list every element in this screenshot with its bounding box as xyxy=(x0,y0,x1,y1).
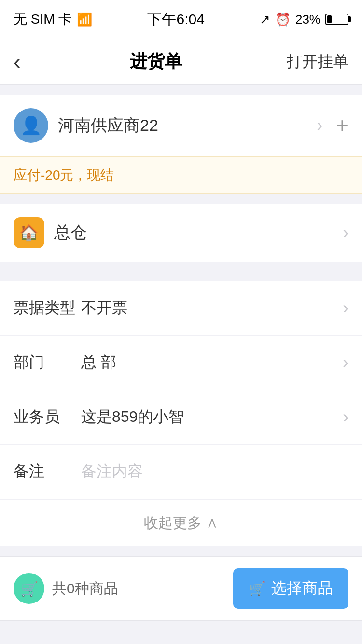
add-icon[interactable]: + xyxy=(336,115,348,136)
chevron-right-icon: › xyxy=(317,115,322,136)
section-divider-2 xyxy=(0,194,362,203)
section-divider-3 xyxy=(0,262,362,271)
section-divider-1 xyxy=(0,85,362,95)
chevron-right-icon: › xyxy=(343,223,348,243)
status-right: ↗ ⏰ 23% xyxy=(260,12,348,27)
warehouse-name: 总仓 xyxy=(54,222,343,244)
select-product-icon: 🛒 xyxy=(249,581,265,597)
nav-bar: ‹ 进货单 打开挂单 xyxy=(0,39,362,85)
form-section: 票据类型 不开票 › 部门 总 部 › 业务员 这是859的小智 › 备注 备注… xyxy=(0,281,362,546)
status-bar: 无 SIM 卡 📶 下午6:04 ↗ ⏰ 23% xyxy=(0,0,362,39)
chevron-right-icon: › xyxy=(343,352,348,373)
chevron-right-icon: › xyxy=(343,407,348,427)
warehouse-row[interactable]: 🏠 总仓 › xyxy=(0,203,362,262)
battery-percent: 23% xyxy=(295,12,320,27)
product-count-text: 共0种商品 xyxy=(52,579,118,599)
warehouse-icon: 🏠 xyxy=(19,224,39,242)
warehouse-icon-wrap: 🏠 xyxy=(14,217,44,248)
select-product-button[interactable]: 🛒 选择商品 xyxy=(233,568,348,609)
product-count-wrap: 🛒 共0种商品 xyxy=(14,573,118,604)
dept-value: 总 部 xyxy=(81,352,343,373)
wifi-icon: 📶 xyxy=(77,12,92,27)
remark-label: 备注 xyxy=(14,461,81,482)
sales-value: 这是859的小智 xyxy=(81,406,343,428)
collapse-bar[interactable]: 收起更多 ∧ xyxy=(0,499,362,546)
battery-icon xyxy=(325,14,348,25)
sales-label: 业务员 xyxy=(14,406,81,428)
notice-text: 应付-20元，现结 xyxy=(14,168,114,182)
supplier-section: 👤 河南供应商22 › + 应付-20元，现结 xyxy=(0,95,362,194)
invoice-type-row[interactable]: 票据类型 不开票 › xyxy=(0,281,362,336)
back-button[interactable]: ‹ xyxy=(9,45,26,79)
page-rest xyxy=(0,621,362,644)
page-title: 进货单 xyxy=(130,50,182,73)
location-icon: ↗ xyxy=(260,12,270,27)
supplier-actions: › + xyxy=(317,115,348,136)
notice-banner: 应付-20元，现结 xyxy=(0,156,362,194)
status-time: 下午6:04 xyxy=(147,10,204,29)
warehouse-section: 🏠 总仓 › xyxy=(0,203,362,262)
invoice-label: 票据类型 xyxy=(14,297,81,319)
no-sim-label: 无 SIM 卡 xyxy=(14,10,72,28)
open-pending-button[interactable]: 打开挂单 xyxy=(287,51,348,72)
invoice-value: 不开票 xyxy=(81,297,343,319)
alarm-icon: ⏰ xyxy=(275,12,291,27)
product-cart-icon: 🛒 xyxy=(14,573,44,604)
select-product-label: 选择商品 xyxy=(271,578,333,599)
supplier-name: 河南供应商22 xyxy=(58,114,317,137)
avatar-icon: 👤 xyxy=(20,115,42,136)
dept-label: 部门 xyxy=(14,352,81,373)
avatar: 👤 xyxy=(14,108,48,143)
collapse-text: 收起更多 ∧ xyxy=(144,513,218,533)
status-left: 无 SIM 卡 📶 xyxy=(14,10,92,28)
department-row[interactable]: 部门 总 部 › xyxy=(0,336,362,390)
remark-row[interactable]: 备注 备注内容 xyxy=(0,445,362,499)
chevron-right-icon: › xyxy=(343,298,348,318)
cart-icon: 🛒 xyxy=(20,580,38,597)
supplier-row[interactable]: 👤 河南供应商22 › + xyxy=(0,95,362,156)
bottom-bar: 🛒 共0种商品 🛒 选择商品 xyxy=(0,556,362,621)
remark-input[interactable]: 备注内容 xyxy=(81,461,348,482)
salesperson-row[interactable]: 业务员 这是859的小智 › xyxy=(0,390,362,445)
